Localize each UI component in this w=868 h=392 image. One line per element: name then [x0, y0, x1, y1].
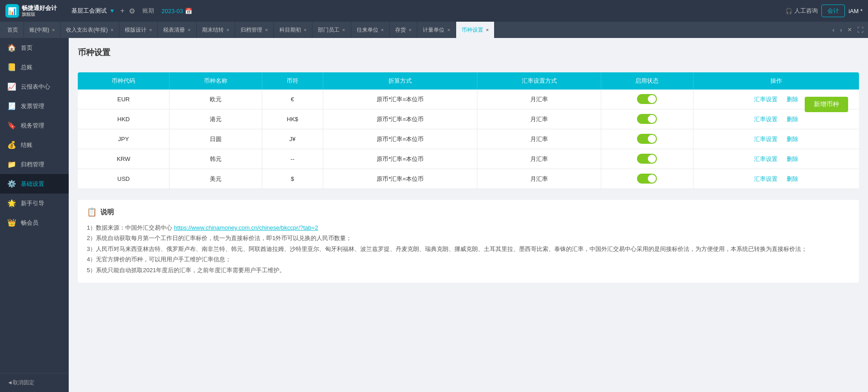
tab-period-transfer[interactable]: 期末结转 × — [197, 22, 235, 38]
rate-setting-link[interactable]: 汇率设置 — [754, 156, 778, 162]
tab-template-design[interactable]: 模版设计 × — [119, 22, 158, 38]
close-icon[interactable]: × — [265, 27, 268, 33]
close-icon[interactable]: × — [447, 27, 450, 33]
toggle-enabled[interactable] — [637, 134, 657, 144]
support-button[interactable]: 🎧 人工咨询 — [785, 7, 818, 15]
sidebar-item-guide[interactable]: 🌟 新手引导 — [0, 194, 69, 213]
toggle-enabled[interactable] — [637, 94, 657, 104]
delete-link[interactable]: 删除 — [787, 136, 798, 142]
tab-currency-setting[interactable]: 币种设置 × — [456, 22, 495, 38]
tab-archive[interactable]: 归档管理 × — [235, 22, 274, 38]
tab-account-period[interactable]: 账(中期) × — [24, 22, 61, 38]
app-logo: 📊 畅捷通好会计 旗舰版 — [5, 4, 64, 18]
close-icon[interactable]: × — [188, 27, 190, 33]
sidebar-item-invoice[interactable]: 🧾 发票管理 — [0, 96, 69, 116]
notes-section: 📋 说明 1）数据来源：中国外汇交易中心 https://www.chinamo… — [78, 200, 859, 283]
note-item-5: 5）系统只能自动抓取2021年度后的汇率，之前年度汇率需要用户手工维护。 — [87, 265, 850, 275]
cell-actions: 汇率设置 删除 — [693, 149, 859, 169]
tab-label: 存货 — [395, 26, 406, 34]
close-icon[interactable]: × — [149, 27, 152, 33]
toggle-circle — [648, 155, 656, 163]
sidebar-item-member[interactable]: 👑 畅会员 — [0, 213, 69, 232]
cell-name: 美元 — [170, 169, 262, 189]
tab-subject-initial[interactable]: 科目期初 × — [274, 22, 312, 38]
tab-next-icon[interactable]: › — [837, 26, 845, 33]
close-icon[interactable]: × — [226, 27, 229, 33]
tab-income-report[interactable]: 收入支出表(年报) × — [61, 22, 119, 38]
ledger-icon: 📒 — [7, 63, 16, 71]
sidebar: 🏠 首页 📒 总账 📈 云报表中心 🧾 发票管理 🔖 税务管理 💰 结账 📁 归… — [0, 38, 69, 392]
close-icon[interactable]: × — [110, 27, 113, 33]
top-bar-right: 🎧 人工咨询 会计 iAM * — [785, 5, 863, 17]
cell-calc: 原币*汇率=本位币 — [323, 149, 477, 169]
close-icon[interactable]: × — [304, 27, 307, 33]
rate-setting-link[interactable]: 汇率设置 — [754, 96, 778, 103]
sidebar-item-home[interactable]: 🏠 首页 — [0, 38, 69, 57]
chinamoney-link[interactable]: https://www.chinamoney.com.cn/chinese/bk… — [174, 224, 318, 231]
period-date: 2023-03 — [161, 8, 183, 14]
col-header-actions: 操作 — [693, 72, 859, 90]
sidebar-item-tax[interactable]: 🔖 税务管理 — [0, 116, 69, 135]
guide-icon: 🌟 — [7, 199, 16, 208]
cell-name: 港元 — [170, 109, 262, 129]
tab-label: 币种设置 — [462, 26, 483, 34]
page-header: 币种设置 新增币种 — [78, 47, 859, 65]
user-label: iAM * — [849, 8, 863, 14]
notes-title: 📋 说明 — [87, 207, 850, 217]
delete-link[interactable]: 删除 — [787, 116, 798, 123]
toggle-enabled[interactable] — [637, 154, 657, 164]
toggle-enabled[interactable] — [637, 174, 657, 184]
table-row: KRW 韩元 -- 原币*汇率=本位币 月汇率 汇率设置 删除 — [78, 149, 859, 169]
sidebar-item-ledger[interactable]: 📒 总账 — [0, 57, 69, 77]
sidebar-label-home: 首页 — [21, 44, 33, 52]
delete-link[interactable]: 删除 — [787, 156, 798, 162]
rate-setting-link[interactable]: 汇率设置 — [754, 136, 778, 142]
company-selector[interactable]: 基层工会测试 ▼ — [71, 7, 115, 15]
delete-link[interactable]: 删除 — [787, 96, 798, 103]
sidebar-item-checkout[interactable]: 💰 结账 — [0, 135, 69, 155]
sidebar-item-reports[interactable]: 📈 云报表中心 — [0, 77, 69, 96]
account-button[interactable]: 会计 — [821, 5, 845, 17]
tab-bar: 首页 账(中期) × 收入支出表(年报) × 模版设计 × 税表清册 × 期末结… — [0, 22, 868, 38]
tab-home-label: 首页 — [7, 26, 18, 34]
toggle-circle — [648, 175, 656, 183]
tab-unit[interactable]: 计量单位 × — [417, 22, 456, 38]
sidebar-collapse[interactable]: ◄取消固定 — [0, 373, 69, 392]
col-header-code: 币种代码 — [78, 72, 170, 90]
sidebar-label-ledger: 总账 — [21, 63, 33, 71]
close-icon[interactable]: × — [409, 27, 411, 33]
close-icon[interactable]: × — [486, 27, 489, 33]
cell-status — [601, 149, 693, 169]
expand-icon[interactable]: ⛶ — [854, 26, 866, 33]
tab-prev-icon[interactable]: ‹ — [830, 26, 837, 33]
cell-status — [601, 169, 693, 189]
main-layout: 🏠 首页 📒 总账 📈 云报表中心 🧾 发票管理 🔖 税务管理 💰 结账 📁 归… — [0, 38, 868, 392]
tab-tax-list[interactable]: 税表清册 × — [158, 22, 196, 38]
tab-dept-staff[interactable]: 部门员工 × — [312, 22, 351, 38]
sidebar-item-basic[interactable]: ⚙️ 基础设置 — [0, 174, 69, 194]
top-bar: 📊 畅捷通好会计 旗舰版 基层工会测试 ▼ + ⚙ 账期 2023-03 📅 🎧… — [0, 0, 868, 22]
close-icon[interactable]: × — [381, 27, 384, 33]
tab-contacts[interactable]: 往来单位 × — [351, 22, 390, 38]
toggle-enabled[interactable] — [637, 114, 657, 124]
rate-setting-link[interactable]: 汇率设置 — [754, 116, 778, 123]
close-icon[interactable]: × — [342, 27, 345, 33]
close-all-tabs-icon[interactable]: × — [845, 26, 854, 34]
settings-icon[interactable]: ⚙ — [129, 7, 135, 15]
sidebar-label-basic: 基础设置 — [21, 180, 44, 188]
add-button[interactable]: + — [120, 7, 124, 15]
sidebar-label-invoice: 发票管理 — [21, 102, 44, 110]
sidebar-item-archive[interactable]: 📁 归档管理 — [0, 155, 69, 174]
calendar-icon[interactable]: 📅 — [185, 8, 192, 14]
member-icon: 👑 — [7, 218, 16, 227]
close-icon[interactable]: × — [52, 27, 55, 33]
rate-setting-link[interactable]: 汇率设置 — [754, 175, 778, 182]
table-row: HKD 港元 HK$ 原币*汇率=本位币 月汇率 汇率设置 删除 — [78, 109, 859, 129]
tab-inventory[interactable]: 存货 × — [390, 22, 417, 38]
new-currency-button[interactable]: 新增币种 — [805, 97, 848, 112]
col-header-symbol: 币符 — [262, 72, 323, 90]
delete-link[interactable]: 删除 — [787, 175, 798, 182]
toggle-circle — [648, 135, 656, 143]
tab-home[interactable]: 首页 — [2, 22, 24, 38]
toggle-circle — [648, 95, 656, 103]
